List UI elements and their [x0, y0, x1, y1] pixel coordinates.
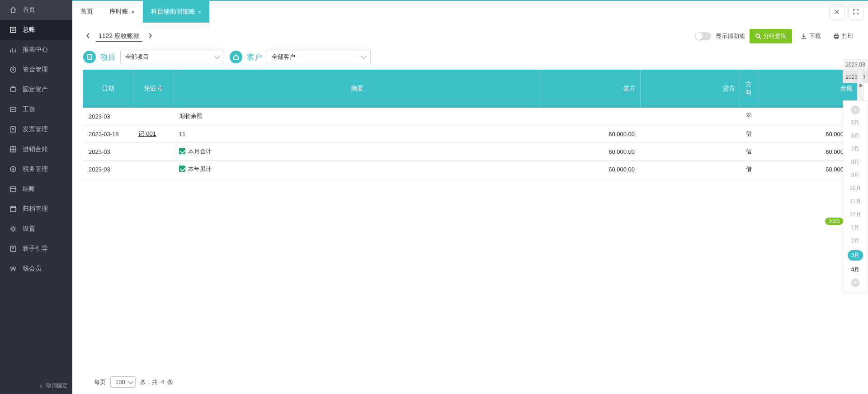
sidebar-item-tax[interactable]: 税务管理 — [0, 159, 72, 179]
sidebar-item-label: 报表中心 — [23, 46, 48, 54]
customer-filter-label: 客户 — [247, 52, 262, 62]
tax-icon — [9, 165, 17, 173]
month-scroll-up[interactable] — [851, 105, 860, 114]
fullscreen-icon — [852, 8, 859, 15]
next-account-button[interactable] — [145, 31, 155, 42]
tab[interactable]: 首页 — [72, 1, 101, 23]
cell-balance: 60,000.00 — [758, 161, 857, 178]
sidebar-item-vip[interactable]: 畅会员 — [0, 259, 72, 279]
sidebar-item-archive[interactable]: 归档管理 — [0, 199, 72, 219]
month-item[interactable]: 12月 — [843, 208, 868, 221]
sidebar-item-salary[interactable]: 工资 — [0, 100, 72, 119]
download-button[interactable]: 下载 — [797, 29, 825, 43]
download-label: 下载 — [809, 32, 821, 40]
sidebar-item-label: 设置 — [23, 225, 35, 233]
table-row: 2023-03-18 记-001 11 60,000.00 借 60,000.0… — [83, 125, 857, 143]
cell-summary: 本年累计 — [174, 161, 541, 178]
tab-label: 序时账 — [109, 8, 128, 16]
tab-close-icon[interactable]: × — [198, 9, 202, 15]
tab-close-icon[interactable]: × — [131, 9, 135, 15]
sidebar-item-label: 首页 — [23, 6, 35, 14]
svg-rect-9 — [11, 206, 15, 208]
print-label: 打印 — [842, 32, 854, 40]
month-scroll-down[interactable] — [851, 278, 860, 287]
month-item[interactable]: 8月 — [843, 156, 868, 169]
sidebar-item-invoice[interactable]: 发票管理 — [0, 119, 72, 139]
cell-balance: 60,000.00 — [758, 143, 857, 161]
account-name[interactable]: 1122 应收账款 — [96, 31, 142, 42]
col-header-summary: 摘要 — [174, 70, 541, 108]
svg-rect-8 — [10, 208, 16, 212]
cell-summary: 11 — [174, 125, 541, 143]
sidebar-item-settings[interactable]: 设置 — [0, 219, 72, 239]
show-aux-toggle[interactable] — [695, 32, 711, 40]
month-item[interactable]: 4月 — [843, 263, 868, 276]
cell-summary: 本月合计 — [174, 143, 541, 161]
month-item[interactable]: 10月 — [843, 182, 868, 195]
sidebar-item-label: 发票管理 — [23, 125, 48, 133]
cell-credit — [640, 143, 740, 161]
cell-voucher — [133, 108, 174, 125]
sidebar-item-close-period[interactable]: 结账 — [0, 179, 72, 199]
col-header-balance: 余额 — [758, 70, 857, 108]
col-header-voucher: 凭证号 — [133, 70, 174, 108]
money-icon — [9, 66, 17, 74]
sidebar-item-chart[interactable]: 报表中心 — [0, 40, 72, 60]
expand-columns-handle[interactable] — [857, 70, 863, 101]
table-row: 2023-03 本月合计 60,000.00 借 60,000.00 — [83, 143, 857, 161]
cell-date: 2023-03 — [83, 143, 133, 161]
group-query-button[interactable]: 分组查询 — [750, 29, 792, 43]
summary-badge-icon — [179, 166, 185, 172]
fullscreen-button[interactable] — [848, 4, 863, 19]
account-navigator: 1122 应收账款 — [83, 31, 155, 42]
prev-account-button[interactable] — [83, 31, 93, 42]
tab[interactable]: 序时账× — [101, 1, 143, 23]
tab[interactable]: 科目辅助明细账× — [143, 1, 210, 23]
svg-point-10 — [12, 228, 14, 230]
toolbar: 1122 应收账款 显示辅助项 分组查询 下载 打印 — [72, 23, 868, 48]
print-icon — [833, 33, 840, 40]
col-header-date: 日期 — [83, 70, 133, 108]
project-badge-icon — [83, 51, 96, 63]
filter-bar: 项目 全部项目 客户 全部客户 — [72, 48, 868, 70]
ledger-icon — [9, 26, 17, 34]
voucher-link[interactable]: 记-001 — [138, 130, 156, 137]
cell-debit: 60,000.00 — [541, 161, 640, 178]
sidebar-item-label: 固定资产 — [23, 85, 48, 94]
close-tab-button[interactable] — [829, 4, 844, 19]
customer-badge-icon — [230, 51, 242, 63]
summary-badge-icon — [179, 148, 185, 154]
home-icon — [9, 6, 17, 14]
month-item[interactable]: 11月 — [843, 195, 868, 208]
date-range-pill[interactable]: 2023.03 — [843, 71, 868, 83]
month-item[interactable]: 1月2023 — [843, 221, 868, 234]
sidebar-item-ledger[interactable]: 总账 — [0, 20, 72, 40]
tab-bar: 首页序时账×科目辅助明细账× — [72, 0, 868, 23]
date-range-pill[interactable]: 2023.03 — [843, 59, 868, 71]
chevron-right-icon — [147, 33, 153, 39]
cell-direction: 平 — [740, 108, 758, 125]
sidebar-item-guide[interactable]: 新手引导 — [0, 239, 72, 259]
cell-direction: 借 — [740, 125, 758, 143]
sidebar-item-home[interactable]: 首页 — [0, 0, 72, 20]
svg-rect-0 — [10, 27, 16, 33]
group-query-label: 分组查询 — [763, 32, 787, 40]
per-page-select[interactable]: 100 — [110, 376, 136, 388]
svg-rect-7 — [10, 187, 16, 192]
project-select[interactable]: 全部项目 — [120, 50, 224, 64]
month-item[interactable]: 9月 — [843, 169, 868, 182]
month-item[interactable]: 2月 — [843, 234, 868, 247]
sidebar-unpin[interactable]: 取消固定 — [0, 377, 72, 394]
customer-select[interactable]: 全部客户 — [267, 50, 371, 64]
sidebar-item-asset[interactable]: 固定资产 — [0, 80, 72, 100]
print-button[interactable]: 打印 — [829, 29, 857, 43]
cell-voucher — [133, 143, 174, 161]
month-item[interactable]: 6月 — [843, 129, 868, 142]
month-item[interactable]: 5月 — [843, 116, 868, 129]
month-item[interactable]: 7月 — [843, 142, 868, 156]
cell-direction: 借 — [740, 143, 758, 161]
guide-icon — [9, 245, 17, 253]
month-item[interactable]: 3月 — [843, 247, 868, 263]
sidebar-item-money[interactable]: 资金管理 — [0, 60, 72, 80]
sidebar-item-trade[interactable]: 进销合账 — [0, 139, 72, 159]
